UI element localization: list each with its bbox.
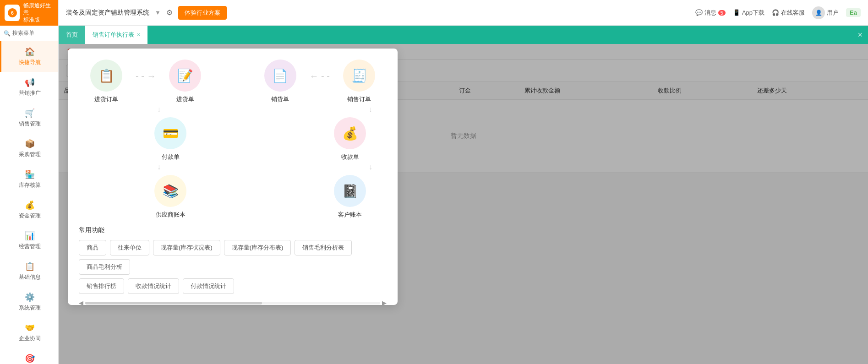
arrow-right-1: - - →: [136, 71, 156, 92]
experience-btn[interactable]: 体验行业方案: [178, 6, 227, 20]
guide-overlay: 📋 进货订单 - - → 📝 进货单: [59, 44, 868, 364]
logo-icon: 6: [5, 5, 20, 21]
flow-item-sales-order[interactable]: 🧾 销售订单: [332, 60, 387, 103]
func-btn-sales-margin[interactable]: 销售毛利分析表: [295, 240, 352, 255]
sidebar-item-inventory[interactable]: 🏪 库存核算: [0, 164, 58, 195]
content-area: ❓ 帮助 🖨 按模板打印 ▼ 📤 导出 🔄 刷新: [59, 44, 868, 364]
operations-icon: 📊: [25, 231, 35, 241]
guide-panel: 📋 进货订单 - - → 📝 进货单: [68, 49, 398, 305]
user-area[interactable]: 👤 用户: [812, 6, 839, 19]
flow-item-payment-bill[interactable]: 💳 付款单: [143, 117, 198, 161]
func-buttons-row1: 商品 往来单位 现存量(库存状况表) 现存量(库存分布表) 销售毛利分析表 商品…: [79, 240, 387, 275]
flow-item-supplier-ledger[interactable]: 📚 供应商账本: [143, 175, 198, 219]
arrow-down-payment: ↓: [157, 163, 161, 171]
ea-badge: Ea: [846, 8, 861, 17]
scroll-left-arrow[interactable]: ◀: [79, 299, 83, 305]
customer-ledger-icon: 📓: [334, 175, 366, 207]
supplier-ledger-icon: 📚: [154, 175, 186, 207]
arrow-down-sales: ↓: [369, 105, 372, 114]
purchase-bill-icon: 📝: [169, 60, 201, 92]
func-btn-sales-rank[interactable]: 销售排行榜: [79, 278, 124, 294]
purchase-order-icon: 📋: [90, 60, 122, 92]
logo-area: 6 畅康通好生意 标准版: [0, 0, 58, 26]
func-btn-stock-distribution[interactable]: 现存量(库存分布表): [224, 240, 291, 255]
dropdown-arrow[interactable]: ▼: [155, 9, 161, 16]
flow-item-purchase-order[interactable]: 📋 进货订单: [79, 60, 134, 103]
receipt-bill-icon: 💰: [334, 117, 366, 149]
sidebar-item-finance[interactable]: 💰 资金管理: [0, 195, 58, 225]
func-btn-partner[interactable]: 往来单位: [110, 240, 149, 255]
flow-item-receipt-bill[interactable]: 💰 收款单: [322, 117, 377, 161]
arrow-down-receipt: ↓: [369, 163, 372, 171]
message-btn[interactable]: 💬 消息 5: [695, 9, 726, 17]
sidebar-item-marketing[interactable]: 📢 营销推广: [0, 72, 58, 103]
scrollbar-hint: ◀ ▶: [79, 299, 387, 305]
system-icon: ⚙️: [25, 292, 35, 302]
purchase-icon: 📦: [25, 139, 35, 149]
arrow-down-purchase: ↓: [157, 105, 161, 114]
app-download-btn[interactable]: 📱 App下载: [733, 9, 764, 17]
finance-icon: 💰: [25, 200, 35, 210]
message-badge: 5: [718, 10, 726, 16]
enterprise-icon: 🤝: [25, 323, 35, 333]
close-all-tabs-btn[interactable]: ×: [852, 26, 868, 44]
inventory-icon: 🏪: [25, 169, 35, 179]
func-btn-payment-stats[interactable]: 付款情况统计: [183, 278, 234, 294]
sales-bill-icon: 📄: [264, 60, 296, 92]
common-func-title: 常用功能: [79, 226, 387, 234]
payment-bill-icon: 💳: [154, 117, 186, 149]
user-avatar: 👤: [812, 6, 825, 19]
flow-item-sales-bill[interactable]: 📄 销货单: [253, 60, 308, 103]
tab-home[interactable]: 首页: [59, 26, 85, 44]
sidebar-item-purchase[interactable]: 📦 采购管理: [0, 133, 58, 164]
common-func-section: 常用功能 商品 往来单位 现存量(库存状况表) 现存量(库存分布表) 销售毛利分…: [79, 226, 387, 294]
sidebar-item-basic-info[interactable]: 📋 基础信息: [0, 256, 58, 287]
marketing-icon: 📢: [25, 77, 35, 87]
topbar: 装备及固定资产辅助管理系统 ▼ ⚙ 体验行业方案 💬 消息 5 📱 App下载 …: [59, 0, 868, 26]
sidebar: 6 畅康通好生意 标准版 🔍 搜索菜单 🏠 快捷导航 📢 营销推广 �: [0, 0, 59, 364]
svg-text:6: 6: [11, 11, 14, 16]
func-btn-product[interactable]: 商品: [79, 240, 106, 255]
sales-icon: 🛒: [25, 108, 35, 118]
sidebar-nav: 🏠 快捷导航 📢 营销推广 🛒 销售管理 📦 采购管理 🏪 库存核算 💰: [0, 41, 58, 364]
sidebar-item-enterprise[interactable]: 🤝 企业协同: [0, 317, 58, 348]
service-icon: 🎧: [772, 9, 779, 16]
sidebar-item-system[interactable]: ⚙️ 系统管理: [0, 287, 58, 317]
topbar-right: 💬 消息 5 📱 App下载 🎧 在线客服 👤 用户 Ea: [695, 6, 861, 19]
search-icon: 🔍: [4, 30, 11, 37]
func-btn-receipt-stats[interactable]: 收款情况统计: [128, 278, 179, 294]
tab-sales-order[interactable]: 销售订单执行表 ×: [85, 26, 147, 44]
download-icon: 📱: [733, 9, 740, 16]
func-btn-product-margin[interactable]: 商品毛利分析: [79, 259, 130, 275]
message-icon: 💬: [695, 9, 703, 16]
arrow-left-1: ← - -: [310, 71, 330, 92]
main-content: 装备及固定资产辅助管理系统 ▼ ⚙ 体验行业方案 💬 消息 5 📱 App下载 …: [59, 0, 868, 364]
sidebar-item-newbie[interactable]: 🎯 新手引导: [0, 348, 58, 364]
scrollbar-thumb: [85, 302, 262, 304]
sidebar-item-quick-guide[interactable]: 🏠 快捷导航: [0, 41, 58, 72]
online-service-btn[interactable]: 🎧 在线客服: [772, 9, 805, 17]
flow-item-customer-ledger[interactable]: 📓 客户账本: [322, 175, 377, 219]
func-buttons-row2: 销售排行榜 收款情况统计 付款情况统计: [79, 278, 387, 294]
logo-text: 畅康通好生意 标准版: [23, 2, 54, 24]
quick-guide-icon: 🏠: [25, 47, 35, 57]
tab-bar: 首页 销售订单执行表 × ×: [59, 26, 868, 44]
system-title: 装备及固定资产辅助管理系统: [66, 9, 149, 17]
sidebar-item-operations[interactable]: 📊 经营管理: [0, 225, 58, 256]
settings-icon[interactable]: ⚙: [166, 8, 173, 17]
tab-close-btn[interactable]: ×: [137, 32, 140, 38]
flow-item-purchase-bill[interactable]: 📝 进货单: [158, 60, 213, 103]
sidebar-search[interactable]: 🔍 搜索菜单: [0, 26, 58, 41]
basic-info-icon: 📋: [25, 261, 35, 272]
func-btn-stock-status[interactable]: 现存量(库存状况表): [153, 240, 220, 255]
sidebar-item-sales[interactable]: 🛒 销售管理: [0, 103, 58, 133]
tab-spacer: [147, 26, 852, 44]
newbie-icon: 🎯: [25, 353, 35, 364]
scrollbar-track[interactable]: [85, 302, 380, 304]
scroll-right-arrow[interactable]: ▶: [382, 299, 387, 305]
sales-order-icon: 🧾: [343, 60, 375, 92]
